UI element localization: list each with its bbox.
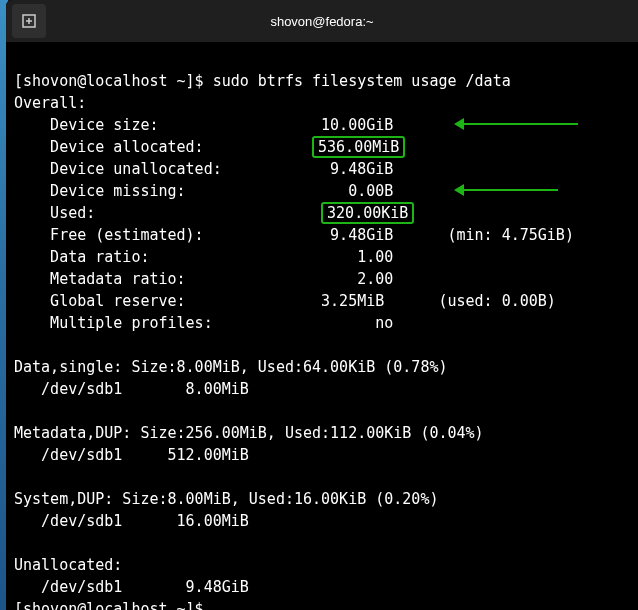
row-val: 0.00B <box>186 182 394 200</box>
row-label: Device unallocated: <box>14 160 222 178</box>
row-label: Device missing: <box>14 182 186 200</box>
row-val: 3.25MiB (used: 0.00B) <box>186 292 556 310</box>
prompt: [shovon@localhost ~]$ <box>14 72 213 90</box>
section-data: Data,single: Size:8.00MiB, Used:64.00KiB… <box>14 358 447 376</box>
new-tab-icon <box>21 13 37 29</box>
annotation-arrow-icon <box>458 123 578 125</box>
row-label: Device size: <box>14 116 159 134</box>
row-label: Metadata ratio: <box>14 270 186 288</box>
highlight-used: 320.00KiB <box>321 202 414 224</box>
terminal-window: shovon@fedora:~ [shovon@localhost ~]$ su… <box>6 0 638 610</box>
window-title: shovon@fedora:~ <box>46 14 598 29</box>
section-meta-dev: /dev/sdb1 512.00MiB <box>14 446 249 464</box>
row-label: Used: <box>14 204 95 222</box>
row-val: 2.00 <box>186 270 394 288</box>
row-val <box>95 204 321 222</box>
annotation-arrow-icon <box>458 189 558 191</box>
prompt: [shovon@localhost ~]$ <box>14 600 213 610</box>
new-tab-button[interactable] <box>12 4 46 38</box>
command: sudo btrfs filesystem usage /data <box>213 72 511 90</box>
row-val: 9.48GiB (min: 4.75GiB) <box>204 226 574 244</box>
section-sys: System,DUP: Size:8.00MiB, Used:16.00KiB … <box>14 490 438 508</box>
overall-header: Overall: <box>14 94 86 112</box>
row-label: Free (estimated): <box>14 226 204 244</box>
section-unalloc-dev: /dev/sdb1 9.48GiB <box>14 578 249 596</box>
row-label: Device allocated: <box>14 138 204 156</box>
row-label: Data ratio: <box>14 248 149 266</box>
row-val: 9.48GiB <box>222 160 394 178</box>
section-data-dev: /dev/sdb1 8.00MiB <box>14 380 249 398</box>
row-val: 1.00 <box>149 248 393 266</box>
row-label: Multiple profiles: <box>14 314 213 332</box>
section-unalloc: Unallocated: <box>14 556 122 574</box>
titlebar: shovon@fedora:~ <box>6 0 638 42</box>
row-val: 10.00GiB <box>159 116 394 134</box>
section-meta: Metadata,DUP: Size:256.00MiB, Used:112.0… <box>14 424 484 442</box>
terminal-output[interactable]: [shovon@localhost ~]$ sudo btrfs filesys… <box>6 42 638 610</box>
section-sys-dev: /dev/sdb1 16.00MiB <box>14 512 249 530</box>
row-val: no <box>213 314 394 332</box>
row-label: Global reserve: <box>14 292 186 310</box>
row-val <box>204 138 312 156</box>
highlight-allocated: 536.00MiB <box>312 136 405 158</box>
